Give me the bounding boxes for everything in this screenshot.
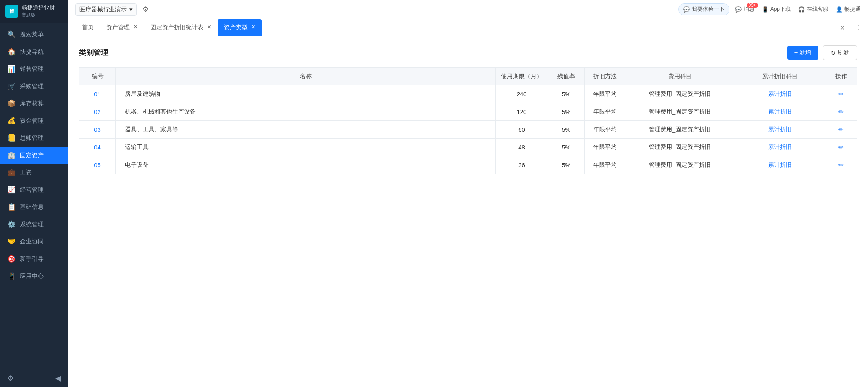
feedback-button[interactable]: 💬 我要体验一下 — [678, 3, 729, 15]
edit-button-1[interactable]: ✏ — [838, 108, 844, 115]
cell-name-3: 运输工具 — [116, 139, 496, 156]
refresh-button[interactable]: ↻ 刷新 — [823, 45, 857, 60]
sidebar-item-basic-info[interactable]: 📋 基础信息 — [0, 198, 68, 216]
sidebar-item-capital[interactable]: 💰 资金管理 — [0, 112, 68, 129]
topbar-icon-app-download: 📱 — [762, 6, 769, 13]
table-row: 05 电子设备 36 5% 年限平均 管理费用_固定资产折旧 累计折旧 ✏ — [79, 156, 857, 174]
sidebar-label-cooperation: 企业协同 — [20, 238, 44, 246]
accum-link-1[interactable]: 累计折旧 — [768, 108, 792, 115]
cell-action-1: ✏ — [825, 103, 857, 121]
table-header: 编号 名称 使用期限（月） 残值率 折旧方法 费用科目 累计折旧科目 操作 — [79, 68, 857, 85]
topbar-user[interactable]: 👤 畅捷通 — [836, 5, 861, 13]
topbar-right: 💬 消息 99 📱 App下载 🎧 在线客服 👤 畅捷通 — [735, 5, 861, 13]
edit-button-2[interactable]: ✏ — [838, 126, 844, 133]
cell-code-2: 03 — [79, 121, 116, 139]
table-row: 02 机器、机械和其他生产设备 120 5% 年限平均 管理费用_固定资产折旧 … — [79, 103, 857, 121]
edit-button-0[interactable]: ✏ — [838, 90, 844, 98]
cell-period-0: 240 — [496, 85, 548, 103]
sidebar-item-inventory[interactable]: 📦 库存核算 — [0, 95, 68, 112]
sidebar-label-fixed-assets: 固定资产 — [20, 151, 44, 159]
page-header: 类别管理 + 新增 ↻ 刷新 — [79, 45, 857, 60]
app-subtitle: 普及版 — [22, 12, 55, 18]
sidebar-label-ledger: 总账管理 — [20, 134, 44, 142]
sidebar-item-sales[interactable]: 📊 销售管理 — [0, 60, 68, 78]
cell-accumulation-3: 累计折旧 — [734, 139, 825, 156]
accum-link-2[interactable]: 累计折旧 — [768, 126, 792, 133]
topbar-message[interactable]: 💬 消息 99 — [735, 5, 754, 13]
table-row: 01 房屋及建筑物 240 5% 年限平均 管理费用_固定资产折旧 累计折旧 ✏ — [79, 85, 857, 103]
category-table: 编号 名称 使用期限（月） 残值率 折旧方法 费用科目 累计折旧科目 操作 01… — [79, 67, 857, 174]
tab-asset-mgmt[interactable]: 资产管理 ✕ — [100, 19, 144, 36]
cell-method-2: 年限平均 — [585, 121, 625, 139]
edit-button-4[interactable]: ✏ — [838, 161, 844, 169]
tab-asset-type[interactable]: 资产类型 ✕ — [218, 19, 262, 36]
cell-residual-3: 5% — [548, 139, 585, 156]
col-header-period: 使用期限（月） — [496, 68, 548, 85]
sidebar-icon-quick-nav: 🏠 — [7, 48, 15, 56]
table-row: 03 器具、工具、家具等 60 5% 年限平均 管理费用_固定资产折旧 累计折旧… — [79, 121, 857, 139]
sidebar-label-system: 系统管理 — [20, 220, 44, 228]
sidebar-item-search[interactable]: 🔍 搜索菜单 — [0, 26, 68, 43]
settings-icon[interactable]: ⚙ — [7, 374, 14, 382]
topbar-label-app-download: App下载 — [770, 5, 791, 13]
cell-period-3: 48 — [496, 139, 548, 156]
sidebar-item-ledger[interactable]: 📒 总账管理 — [0, 129, 68, 147]
page-title: 类别管理 — [79, 48, 108, 58]
accum-link-3[interactable]: 累计折旧 — [768, 144, 792, 150]
sidebar-item-salary[interactable]: 💼 工资 — [0, 164, 68, 181]
table-wrapper: 编号 名称 使用期限（月） 残值率 折旧方法 费用科目 累计折旧科目 操作 01… — [79, 67, 857, 174]
sidebar-item-quick-nav[interactable]: 🏠 快捷导航 — [0, 43, 68, 60]
topbar-app-download[interactable]: 📱 App下载 — [762, 5, 791, 13]
sidebar-item-operation[interactable]: 📈 经营管理 — [0, 181, 68, 198]
sidebar-item-system[interactable]: ⚙️ 系统管理 — [0, 216, 68, 233]
cell-residual-1: 5% — [548, 103, 585, 121]
sidebar-label-salary: 工资 — [20, 169, 32, 177]
topbar-gear-icon[interactable]: ⚙ — [142, 5, 149, 14]
sidebar-item-purchase[interactable]: 🛒 采购管理 — [0, 78, 68, 95]
topbar: 医疗器械行业演示 ▾ ⚙ 💬 我要体验一下 💬 消息 99 📱 App下载 🎧 … — [68, 0, 868, 19]
sidebar-item-fixed-assets[interactable]: 🏢 固定资产 — [0, 147, 68, 164]
collapse-icon[interactable]: ◀ — [55, 374, 61, 382]
col-header-code: 编号 — [79, 68, 116, 85]
tab-close-depreciation-table[interactable]: ✕ — [207, 24, 211, 30]
cell-name-4: 电子设备 — [116, 156, 496, 174]
cell-action-2: ✏ — [825, 121, 857, 139]
header-actions: + 新增 ↻ 刷新 — [787, 45, 857, 60]
add-button[interactable]: + 新增 — [787, 46, 818, 60]
accum-link-4[interactable]: 累计折旧 — [768, 161, 792, 168]
cell-action-0: ✏ — [825, 85, 857, 103]
tab-label-asset-type: 资产类型 — [224, 23, 248, 31]
cell-residual-0: 5% — [548, 85, 585, 103]
topbar-customer-service[interactable]: 🎧 在线客服 — [798, 5, 828, 13]
company-name: 医疗器械行业演示 — [79, 5, 127, 14]
edit-button-3[interactable]: ✏ — [838, 144, 844, 151]
tab-label-home: 首页 — [82, 23, 94, 31]
refresh-icon: ↻ — [831, 50, 836, 56]
table-row: 04 运输工具 48 5% 年限平均 管理费用_固定资产折旧 累计折旧 ✏ — [79, 139, 857, 156]
sidebar-item-guide[interactable]: 🎯 新手引导 — [0, 250, 68, 268]
tab-depreciation-table[interactable]: 固定资产折旧统计表 ✕ — [144, 19, 218, 36]
col-header-name: 名称 — [116, 68, 496, 85]
refresh-label: 刷新 — [838, 49, 849, 57]
cell-accumulation-0: 累计折旧 — [734, 85, 825, 103]
sidebar-icon-ledger: 📒 — [7, 134, 15, 142]
sidebar-label-capital: 资金管理 — [20, 117, 44, 125]
window-expand-button[interactable]: ⛶ — [851, 23, 861, 32]
sidebar-label-app-center: 应用中心 — [20, 272, 44, 280]
window-close-button[interactable]: ✕ — [838, 23, 847, 32]
cell-expense-0: 管理费用_固定资产折旧 — [625, 85, 734, 103]
sidebar-header: 畅 畅捷通好业财 普及版 — [0, 0, 68, 23]
topbar-icon-customer-service: 🎧 — [798, 6, 805, 13]
accum-link-0[interactable]: 累计折旧 — [768, 90, 792, 97]
col-header-accumulation: 累计折旧科目 — [734, 68, 825, 85]
tab-home[interactable]: 首页 — [75, 19, 100, 36]
sidebar-icon-basic-info: 📋 — [7, 203, 15, 211]
topbar-label-user: 畅捷通 — [844, 5, 861, 13]
tab-close-asset-mgmt[interactable]: ✕ — [134, 24, 138, 30]
tab-close-asset-type[interactable]: ✕ — [251, 24, 255, 30]
sidebar-item-cooperation[interactable]: 🤝 企业协同 — [0, 233, 68, 250]
tab-label-asset-mgmt: 资产管理 — [106, 23, 130, 31]
cell-method-4: 年限平均 — [585, 156, 625, 174]
company-selector[interactable]: 医疗器械行业演示 ▾ — [75, 3, 137, 16]
sidebar-item-app-center[interactable]: 📱 应用中心 — [0, 268, 68, 285]
